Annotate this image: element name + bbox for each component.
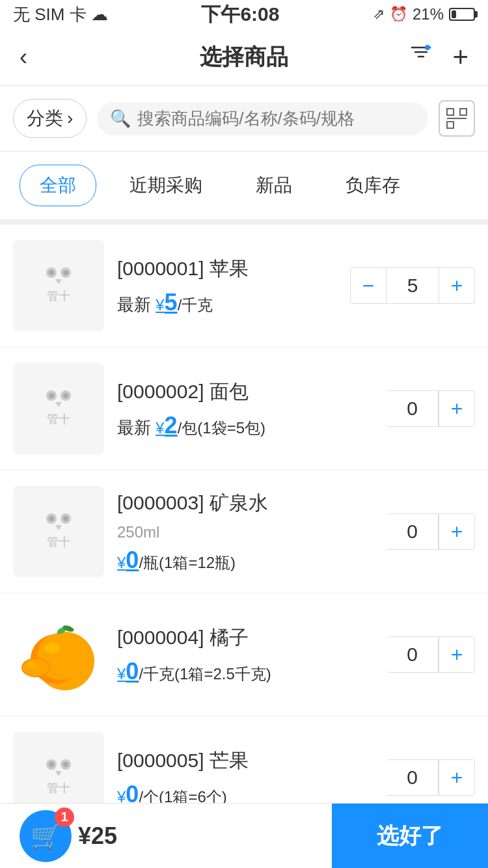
tab-new[interactable]: 新品 — [236, 165, 312, 206]
product-price: ¥0/瓶(1箱=12瓶) — [117, 547, 373, 574]
page-title: 选择商品 — [200, 42, 288, 72]
price-unit: /千克 — [178, 296, 213, 314]
nav-bar: ‹ 选择商品 + — [0, 29, 488, 86]
cart-total: ¥25 — [78, 822, 117, 850]
product-name: [0000003] 矿泉水 — [117, 490, 373, 517]
tab-negative[interactable]: 负库存 — [325, 165, 420, 206]
quantity-input[interactable] — [386, 759, 439, 796]
nav-left[interactable]: ‹ — [20, 44, 27, 71]
product-image: 管十 — [13, 363, 104, 454]
svg-point-3 — [425, 45, 430, 50]
product-list: 管十 [0000001] 苹果 最新 ¥5/千克 − + 管十 — [0, 224, 488, 868]
product-price: 最新 ¥5/千克 — [117, 289, 337, 316]
quantity-control: + — [386, 636, 475, 673]
status-bar: 无 SIM 卡 ☁ 下午6:08 ⇗ ⏰ 21% — [0, 0, 488, 29]
quantity-decrease-button[interactable]: − — [350, 267, 386, 304]
cart-badge: 1 — [55, 807, 74, 827]
quantity-increase-button[interactable]: + — [439, 759, 475, 796]
tab-recent[interactable]: 近期采购 — [109, 165, 223, 206]
cart-icon: 🛒 — [31, 822, 61, 850]
product-name: [0000004] 橘子 — [117, 625, 373, 651]
search-input[interactable] — [137, 109, 415, 129]
product-spec: 250ml — [117, 523, 373, 541]
price-value: 2 — [165, 412, 178, 439]
quantity-input[interactable] — [386, 267, 439, 304]
price-currency: ¥ — [156, 419, 164, 437]
quantity-control: − + — [350, 267, 475, 304]
price-value: 5 — [165, 289, 178, 316]
category-label: 分类 — [27, 106, 63, 131]
quantity-input[interactable] — [386, 390, 439, 427]
quantity-increase-button[interactable]: + — [439, 267, 475, 304]
tab-all[interactable]: 全部 — [20, 165, 96, 206]
svg-rect-5 — [460, 109, 467, 115]
owl-logo: 管十 — [46, 759, 71, 796]
battery-percent: 21% — [413, 5, 444, 23]
product-info: [0000001] 苹果 最新 ¥5/千克 — [117, 256, 337, 316]
add-button[interactable]: + — [452, 42, 468, 73]
quantity-increase-button[interactable]: + — [439, 513, 475, 550]
product-price: 最新 ¥2/包(1袋=5包) — [117, 412, 373, 439]
tab-bar: 全部 近期采购 新品 负库存 — [0, 152, 488, 224]
svg-rect-4 — [447, 109, 454, 115]
quantity-control: + — [386, 759, 475, 796]
filter-icon[interactable] — [409, 42, 433, 72]
product-name: [0000001] 苹果 — [117, 256, 337, 282]
location-icon: ⇗ — [373, 6, 385, 23]
owl-logo: 管十 — [46, 267, 71, 304]
svg-rect-6 — [447, 122, 454, 128]
product-image: 管十 — [13, 486, 104, 577]
category-chevron: › — [67, 108, 73, 129]
price-value: 0 — [126, 547, 139, 573]
owl-logo: 管十 — [46, 390, 71, 427]
signal-text: 无 SIM 卡 ☁ — [13, 3, 108, 26]
price-currency: ¥ — [117, 554, 126, 571]
list-item: 管十 [0000001] 苹果 最新 ¥5/千克 − + — [0, 224, 488, 347]
status-right: ⇗ ⏰ 21% — [373, 5, 475, 23]
product-image: 管十 — [13, 240, 104, 331]
search-icon: 🔍 — [110, 109, 131, 129]
quantity-control: + — [386, 390, 475, 427]
price-unit: /千克(1箱=2.5千克) — [139, 665, 271, 683]
cart-section: 🛒 1 ¥25 — [0, 810, 332, 862]
price-currency: ¥ — [156, 296, 164, 314]
back-button[interactable]: ‹ — [20, 44, 27, 71]
quantity-increase-button[interactable]: + — [439, 390, 475, 427]
status-left: 无 SIM 卡 ☁ — [13, 3, 108, 26]
battery-icon — [449, 8, 475, 21]
price-value: 0 — [126, 658, 139, 685]
alarm-icon: ⏰ — [390, 6, 407, 23]
search-bar: 🔍 — [97, 102, 428, 135]
quantity-input[interactable] — [386, 513, 439, 550]
price-currency: ¥ — [117, 665, 126, 683]
price-unit: /包(1袋=5包) — [178, 419, 265, 437]
quantity-control: + — [386, 513, 475, 550]
confirm-button[interactable]: 选好了 — [332, 804, 488, 869]
product-info: [0000005] 芒果 ¥0/个(1箱=6个) — [117, 748, 373, 808]
product-info: [0000002] 面包 最新 ¥2/包(1袋=5包) — [117, 379, 373, 439]
filter-bar: 分类 › 🔍 — [0, 86, 488, 152]
price-label: 最新 — [117, 418, 151, 437]
cart-icon-wrap[interactable]: 🛒 1 — [20, 810, 72, 862]
price-label: 最新 — [117, 295, 151, 314]
nav-right: + — [409, 42, 468, 73]
price-unit: /瓶(1箱=12瓶) — [139, 554, 236, 571]
svg-point-11 — [44, 643, 60, 653]
quantity-input[interactable] — [386, 636, 439, 673]
quantity-increase-button[interactable]: + — [439, 636, 475, 673]
list-item: [0000004] 橘子 ¥0/千克(1箱=2.5千克) + — [0, 593, 488, 716]
svg-point-14 — [28, 662, 36, 667]
product-name: [0000005] 芒果 — [117, 748, 373, 774]
bottom-bar: 🛒 1 ¥25 选好了 — [0, 803, 488, 868]
product-info: [0000004] 橘子 ¥0/千克(1箱=2.5千克) — [117, 625, 373, 685]
product-info: [0000003] 矿泉水 250ml ¥0/瓶(1箱=12瓶) — [117, 490, 373, 574]
list-item: 管十 [0000003] 矿泉水 250ml ¥0/瓶(1箱=12瓶) + — [0, 470, 488, 593]
status-time: 下午6:08 — [201, 1, 279, 28]
owl-logo: 管十 — [46, 513, 71, 550]
product-price: ¥0/千克(1箱=2.5千克) — [117, 658, 373, 685]
list-item: 管十 [0000002] 面包 最新 ¥2/包(1袋=5包) + — [0, 347, 488, 470]
scan-button[interactable] — [439, 100, 475, 137]
category-button[interactable]: 分类 › — [13, 99, 87, 138]
product-name: [0000002] 面包 — [117, 379, 373, 405]
svg-point-13 — [23, 659, 49, 676]
